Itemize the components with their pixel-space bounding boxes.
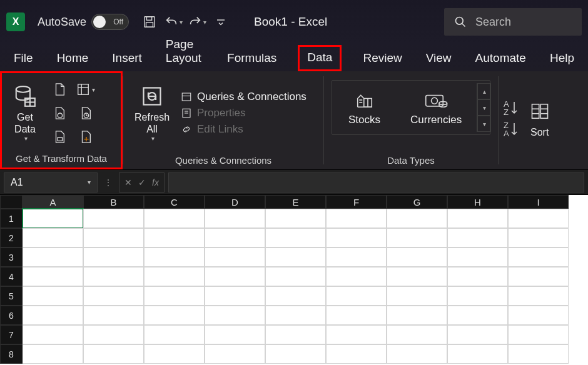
tab-review[interactable]: Review: [360, 46, 404, 71]
save-button[interactable]: [140, 12, 159, 31]
cell[interactable]: [387, 306, 447, 325]
cell[interactable]: [265, 325, 326, 344]
cell[interactable]: [23, 267, 83, 286]
tab-data[interactable]: Data: [298, 45, 342, 71]
cell[interactable]: [326, 209, 387, 228]
cell[interactable]: [326, 344, 387, 364]
cancel-formula-button[interactable]: ✕: [124, 178, 132, 188]
tab-file[interactable]: File: [11, 46, 36, 71]
cell[interactable]: [447, 344, 508, 364]
cell[interactable]: [447, 209, 508, 228]
from-text-csv-button[interactable]: [48, 79, 71, 100]
cell[interactable]: [23, 209, 83, 228]
cell[interactable]: [508, 325, 569, 344]
cell[interactable]: [265, 209, 326, 228]
cell[interactable]: [387, 267, 447, 286]
cell[interactable]: [23, 248, 83, 267]
cell[interactable]: [326, 248, 387, 267]
tab-insert[interactable]: Insert: [109, 46, 144, 71]
row-header[interactable]: 7: [0, 325, 23, 344]
properties-button[interactable]: Properties: [181, 107, 307, 119]
cell[interactable]: [23, 344, 83, 364]
tab-view[interactable]: View: [423, 46, 454, 71]
data-type-stocks[interactable]: Stocks: [333, 85, 395, 130]
tab-page-layout[interactable]: Page Layout: [163, 32, 206, 71]
cell[interactable]: [387, 248, 447, 267]
tab-help[interactable]: Help: [547, 46, 577, 71]
cell[interactable]: [83, 344, 144, 364]
cell[interactable]: [265, 306, 326, 325]
customize-qat-button[interactable]: [211, 12, 230, 31]
cell[interactable]: [83, 325, 144, 344]
sort-desc-button[interactable]: ZA: [504, 121, 518, 138]
autosave-toggle[interactable]: Off: [91, 14, 129, 30]
column-header[interactable]: G: [387, 195, 447, 209]
row-header[interactable]: 3: [0, 248, 23, 267]
cell[interactable]: [265, 286, 326, 306]
cell[interactable]: [144, 306, 205, 325]
column-header[interactable]: F: [326, 195, 387, 209]
cell[interactable]: [144, 209, 205, 228]
cell[interactable]: [205, 344, 265, 364]
cell[interactable]: [447, 267, 508, 286]
cell[interactable]: [447, 286, 508, 306]
cell[interactable]: [265, 228, 326, 248]
cell[interactable]: [23, 286, 83, 306]
row-header[interactable]: 8: [0, 344, 23, 364]
cell[interactable]: [23, 306, 83, 325]
cell[interactable]: [144, 248, 205, 267]
cell[interactable]: [83, 286, 144, 306]
cell[interactable]: [83, 267, 144, 286]
row-header[interactable]: 6: [0, 306, 23, 325]
cell[interactable]: [205, 267, 265, 286]
column-header[interactable]: A: [23, 195, 83, 209]
cell[interactable]: [326, 228, 387, 248]
column-header[interactable]: E: [265, 195, 326, 209]
scroll-down-icon[interactable]: ▾: [477, 99, 491, 116]
cell[interactable]: [447, 325, 508, 344]
column-header[interactable]: C: [144, 195, 205, 209]
cell[interactable]: [447, 228, 508, 248]
scroll-more-icon[interactable]: ▾: [477, 116, 491, 132]
insert-function-button[interactable]: fx: [152, 178, 159, 188]
cell[interactable]: [83, 209, 144, 228]
cell[interactable]: [508, 267, 569, 286]
cell[interactable]: [447, 248, 508, 267]
cell[interactable]: [508, 228, 569, 248]
get-data-button[interactable]: Get Data ▾: [7, 80, 43, 146]
sort-asc-button[interactable]: AZ: [504, 100, 518, 116]
data-types-scroll[interactable]: ▴ ▾ ▾: [477, 83, 491, 132]
queries-connections-button[interactable]: Queries & Connections: [181, 91, 307, 103]
cell[interactable]: [205, 209, 265, 228]
tab-home[interactable]: Home: [54, 46, 91, 71]
cell[interactable]: [83, 306, 144, 325]
row-header[interactable]: 2: [0, 228, 23, 248]
cell[interactable]: [144, 228, 205, 248]
cell[interactable]: [387, 228, 447, 248]
cell[interactable]: [144, 286, 205, 306]
formula-input[interactable]: [168, 172, 584, 192]
cell[interactable]: [83, 228, 144, 248]
cell[interactable]: [326, 306, 387, 325]
cell[interactable]: [205, 228, 265, 248]
undo-button[interactable]: ▾: [164, 12, 183, 31]
cell[interactable]: [144, 344, 205, 364]
sort-button[interactable]: Sort: [523, 95, 557, 142]
redo-button[interactable]: ▾: [188, 12, 206, 31]
row-header[interactable]: 4: [0, 267, 23, 286]
cell[interactable]: [508, 248, 569, 267]
tab-automate[interactable]: Automate: [473, 46, 529, 71]
cell[interactable]: [508, 209, 569, 228]
cell[interactable]: [326, 286, 387, 306]
cell[interactable]: [144, 267, 205, 286]
cell[interactable]: [387, 286, 447, 306]
cell[interactable]: [326, 325, 387, 344]
cell[interactable]: [387, 209, 447, 228]
existing-connections-button[interactable]: [48, 126, 71, 148]
enter-formula-button[interactable]: ✓: [138, 178, 146, 188]
column-header[interactable]: B: [83, 195, 144, 209]
cell[interactable]: [447, 306, 508, 325]
select-all-corner[interactable]: [0, 195, 23, 209]
row-header[interactable]: 5: [0, 286, 23, 306]
cell[interactable]: [265, 248, 326, 267]
